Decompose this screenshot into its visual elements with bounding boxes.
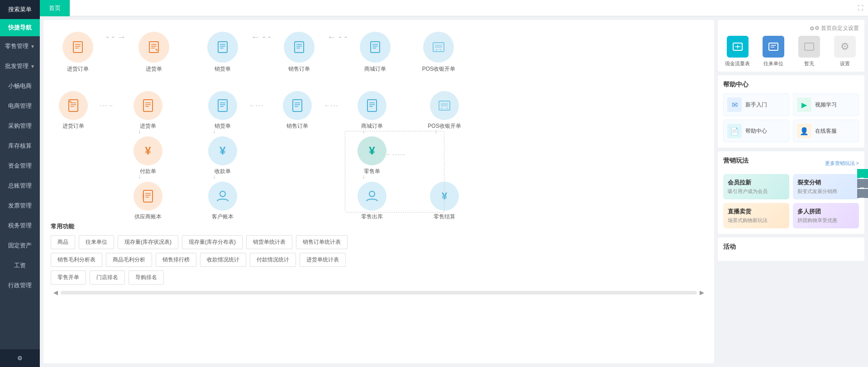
help-section: 帮助中心 ✉ 新手入门 ▶ 视频学习 📄 帮助中心 👤 — [718, 75, 864, 148]
pos-icon — [423, 32, 454, 63]
purchase-icon — [138, 32, 169, 63]
sidebar-item-salary[interactable]: 工资 — [0, 256, 40, 275]
fn-receipt[interactable]: ¥ 收款单 — [200, 136, 245, 175]
marketing-title: 营销玩法 — [723, 157, 749, 165]
svg-rect-13 — [293, 100, 302, 111]
svg-rect-7 — [371, 42, 380, 53]
expand-icon[interactable]: ⛶ — [853, 5, 868, 11]
func-btn-sales-profit[interactable]: 销售毛利分析表 — [51, 253, 102, 267]
help-item-beginner[interactable]: ✉ 新手入门 — [723, 93, 789, 116]
flow-node-purchase[interactable]: 进货单 — [127, 32, 181, 73]
func-btn-stock-dist[interactable]: 现存量(库存分布表) — [182, 235, 243, 249]
tab-home[interactable]: 首页 — [40, 0, 70, 16]
down-arrow-sales: ↓ — [213, 127, 216, 135]
func-btn-units[interactable]: 往来单位 — [79, 235, 114, 249]
func-btn-payment-stat[interactable]: 付款情况统计 — [250, 253, 296, 267]
sales-order-label: 销售订单 — [288, 65, 310, 73]
sidebar-item-procurement[interactable]: 采购管理 — [0, 116, 40, 136]
func-btn-sales-rank[interactable]: 销售排行榜 — [156, 253, 196, 267]
sidebar-item-tax[interactable]: 税务管理 — [0, 216, 40, 236]
marketing-item-fission[interactable]: 裂变分销 裂变式发展分销商 — [793, 174, 859, 199]
sidebar-item-wholesale[interactable]: 批发管理 ▼ — [0, 56, 40, 76]
fn-payment[interactable]: ¥ 付款单 — [125, 136, 171, 175]
sidebar-item-invoice[interactable]: 发票管理 — [0, 196, 40, 216]
live-desc: 场景式购物新玩法 — [728, 217, 785, 224]
member-desc: 吸引用户成为会员 — [728, 188, 785, 195]
flow-node-mall-order[interactable]: 商城订单 — [348, 32, 402, 73]
sidebar-search[interactable]: 搜索菜单 — [0, 0, 40, 19]
video-label: 视频学习 — [815, 101, 837, 109]
sidebar-item-ledger[interactable]: 总账管理 — [0, 176, 40, 196]
fn-purchase[interactable]: 进货单 — [125, 91, 171, 130]
more-marketing-link[interactable]: 更多营销玩法 > — [825, 160, 859, 167]
sidebar-item-admin[interactable]: 行政管理 — [0, 275, 40, 295]
float-btn-desktop[interactable]: 桌面快捷 — [857, 189, 868, 198]
func-btn-goods[interactable]: 商品 — [51, 235, 75, 249]
right-panel: ⚙ ⚙ 首页自定义设置 现金流量表 往来单位 — [714, 16, 868, 367]
flow-node-pos[interactable]: POS收银开单 — [411, 32, 466, 73]
quick-nav-settings-label: ⚙ 首页自定义设置 — [815, 24, 859, 32]
scroll-right-btn[interactable]: ▶ — [697, 288, 707, 297]
flow-node-sales[interactable]: 销货单 — [196, 32, 250, 73]
tab-bar: 首页 ⛶ — [40, 0, 868, 16]
func-btn-purchase-stat[interactable]: 进货单统计表 — [300, 253, 346, 267]
content-body: 进货订单 - - → 进货单 — [40, 16, 868, 367]
gap-1 — [174, 102, 180, 109]
cashflow-icon — [727, 36, 749, 58]
help-item-video[interactable]: ▶ 视频学习 — [793, 93, 859, 116]
fission-desc: 裂变式发展分销商 — [797, 188, 854, 195]
help-item-help[interactable]: 📄 帮助中心 — [723, 120, 789, 142]
empty-label: 暂无 — [804, 60, 814, 67]
sidebar-item-inventory[interactable]: 库存核算 — [0, 136, 40, 156]
func-btn-store-rank[interactable]: 门店排名 — [90, 270, 125, 285]
float-btn-community[interactable]: 服务社区 — [857, 179, 868, 188]
svg-rect-19 — [143, 190, 153, 202]
func-btn-sales-stat[interactable]: 销货单统计表 — [246, 235, 292, 249]
pos-area-border — [345, 131, 444, 212]
fn-customer-ledger[interactable]: 客户账本 — [200, 182, 245, 221]
marketing-item-member[interactable]: 会员拉新 吸引用户成为会员 — [723, 174, 789, 199]
float-btn-service[interactable]: 客服热线 — [857, 169, 868, 178]
marketing-item-group[interactable]: 多人拼团 拼团购物享受优惠 — [793, 203, 859, 228]
quick-icon-empty[interactable]: 暂无 — [795, 36, 823, 67]
flow-node-sales-order[interactable]: 销售订单 — [272, 32, 326, 73]
help-item-service[interactable]: 👤 在线客服 — [793, 120, 859, 142]
mall-order-icon — [360, 32, 391, 63]
func-btn-sales-order-stat[interactable]: 销售订单统计表 — [296, 235, 348, 249]
func-btn-stock-status[interactable]: 现存量(库存状况表) — [118, 235, 178, 249]
group-desc: 拼团购物享受优惠 — [797, 217, 854, 224]
fn-purchase-order[interactable]: 进货订单 — [51, 91, 96, 130]
scroll-left-btn[interactable]: ◀ — [51, 288, 61, 297]
settings-icon: ⚙ — [834, 36, 856, 58]
sidebar-item-finance[interactable]: 资金管理 — [0, 156, 40, 176]
func-btn-guide-rank[interactable]: 导购排名 — [129, 270, 164, 285]
sidebar-item-assets[interactable]: 固定资产 — [0, 236, 40, 256]
marketing-item-live[interactable]: 直播卖货 场景式购物新玩法 — [723, 203, 789, 228]
flow-node-purchase-order[interactable]: 进货订单 — [51, 32, 105, 73]
fn-pos[interactable]: POS收银开单 — [422, 91, 467, 130]
purchase-order-label: 进货订单 — [67, 65, 89, 73]
fn-supplier-ledger[interactable]: 供应商账本 — [125, 182, 171, 221]
func-btn-receipt-stat[interactable]: 收款情况统计 — [200, 253, 246, 267]
mall-order-label: 商城订单 — [364, 65, 386, 73]
fn-mall-order[interactable]: 商城订单 — [349, 91, 395, 130]
quick-icon-settings[interactable]: ⚙ 设置 — [830, 36, 859, 67]
sales-order-icon — [284, 32, 315, 63]
sidebar-settings-button[interactable]: ⚙ — [0, 349, 40, 367]
func-row-1: 商品 往来单位 现存量(库存状况表) 现存量(库存分布表) 销货单统计表 销售订… — [51, 235, 707, 249]
fn-sales[interactable]: 销货单 — [200, 91, 245, 130]
func-btn-retail-order[interactable]: 零售开单 — [51, 270, 86, 285]
svg-rect-11 — [143, 100, 153, 111]
fn-sales-order[interactable]: 销售订单 — [275, 91, 320, 130]
func-btn-goods-profit[interactable]: 商品毛利分析 — [106, 253, 152, 267]
sidebar-item-retail[interactable]: 零售管理 ▼ — [0, 36, 40, 56]
svg-rect-0 — [73, 42, 82, 53]
partners-icon — [763, 36, 784, 58]
quick-icon-cashflow[interactable]: 现金流量表 — [723, 36, 752, 67]
sidebar-item-ecommerce-small[interactable]: 小畅电商 — [0, 76, 40, 96]
sidebar-item-ecommerce[interactable]: 电商管理 — [0, 96, 40, 116]
scroll-track[interactable] — [61, 291, 697, 295]
arrow-right-1: - - - → — [100, 102, 113, 109]
quick-nav-settings[interactable]: ⚙ ⚙ 首页自定义设置 — [723, 24, 859, 32]
quick-icon-partners[interactable]: 往来单位 — [759, 36, 787, 67]
